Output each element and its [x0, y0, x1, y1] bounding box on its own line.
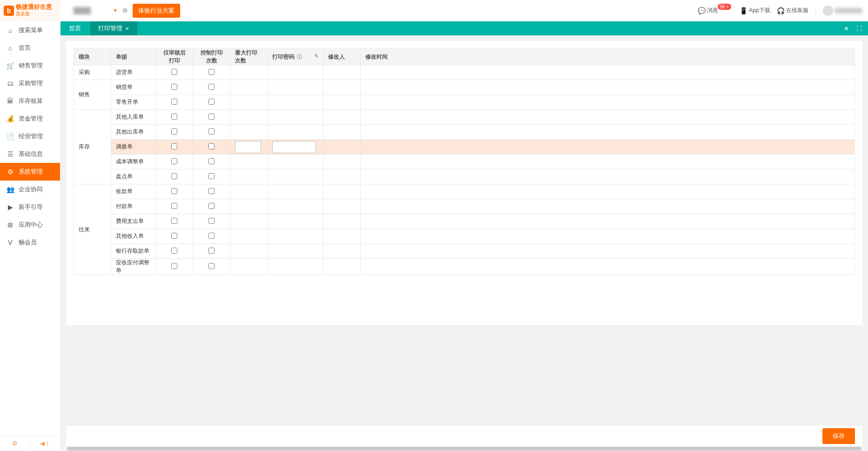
top-header: b 畅捷通好生意 普及版 ████ ▼ ⚙ 体验行业方案 💬 消息 99 + 📱… [0, 0, 868, 21]
app-download-link[interactable]: 📱 App下载 [740, 7, 770, 14]
phone-icon: 📱 [740, 7, 747, 14]
logo-text: 畅捷通好生意 [16, 4, 52, 10]
tenant-selector[interactable]: ████ ▼ [70, 6, 118, 15]
messages-badge: 99 + [718, 4, 732, 10]
headset-icon: 🎧 [777, 7, 785, 14]
divider: | [815, 7, 816, 14]
header-right: 💬 消息 99 + 📱 App下载 🎧 在线客服 | [698, 6, 863, 16]
online-service-link[interactable]: 🎧 在线客服 [777, 7, 808, 14]
logo[interactable]: b 畅捷通好生意 普及版 [0, 0, 61, 21]
chevron-down-icon: ▼ [113, 8, 118, 13]
tenant-name-blurred: ████ [70, 6, 94, 15]
username-blurred [834, 8, 862, 13]
message-icon: 💬 [698, 7, 706, 14]
service-label: 在线客服 [786, 7, 808, 14]
logo-icon: b [4, 6, 14, 16]
avatar [823, 6, 833, 16]
gear-icon[interactable]: ⚙ [122, 7, 128, 14]
industry-plan-button[interactable]: 体验行业方案 [133, 4, 180, 18]
app-label: App下载 [749, 7, 770, 14]
logo-sub: 普及版 [16, 11, 52, 17]
user-menu[interactable] [823, 6, 862, 16]
messages-link[interactable]: 💬 消息 99 + [698, 7, 733, 14]
messages-label: 消息 [707, 7, 718, 14]
